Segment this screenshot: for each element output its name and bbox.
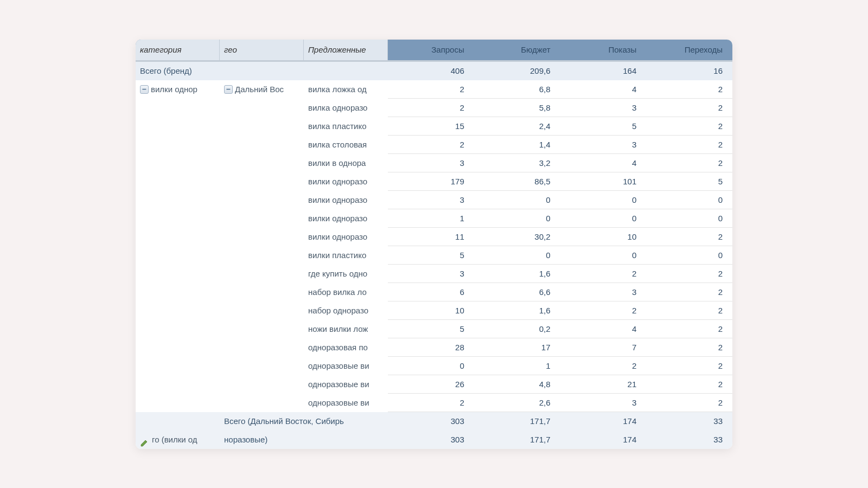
category-total-label-cell: го (вилки од <box>136 431 220 449</box>
table-row: одноразовые ви0122 <box>136 357 732 375</box>
table-row: вилки одноразо3000 <box>136 191 732 209</box>
cell-budget: 0 <box>474 191 560 209</box>
table-row: вилки пластико5000 <box>136 246 732 265</box>
brand-queries: 406 <box>388 62 474 80</box>
suggested-keyword: одноразовые ви <box>304 357 388 375</box>
suggested-keyword: вилка столовая <box>304 136 388 154</box>
brand-clicks: 16 <box>646 62 732 80</box>
category-cell <box>136 265 220 283</box>
suggested-keyword: вилки одноразо <box>304 191 388 209</box>
geo-cell <box>220 375 304 394</box>
category-total-label-2: норазовые) <box>220 431 304 449</box>
cell-queries: 5 <box>388 320 474 338</box>
header-geo[interactable]: гео <box>220 40 304 60</box>
cell-queries: 2 <box>388 136 474 154</box>
table-row: вилка столовая21,432 <box>136 136 732 154</box>
geo-cell <box>220 338 304 357</box>
suggested-keyword: вилка ложка од <box>304 80 388 99</box>
cell-queries: 15 <box>388 117 474 136</box>
cell-clicks: 2 <box>646 320 732 338</box>
table-row: ножи вилки лож50,242 <box>136 320 732 338</box>
suggested-keyword: набор вилка ло <box>304 283 388 301</box>
header-budget[interactable]: Бюджет <box>474 40 560 60</box>
geo-cell <box>220 265 304 283</box>
cell-budget: 6,6 <box>474 283 560 301</box>
category-cell <box>136 136 220 154</box>
suggested-keyword: вилки пластико <box>304 246 388 265</box>
cell-clicks: 2 <box>646 357 732 375</box>
cell-clicks: 2 <box>646 301 732 320</box>
table-row: одноразовые ви22,632 <box>136 394 732 412</box>
cell-clicks: 2 <box>646 265 732 283</box>
cell-budget: 1,4 <box>474 136 560 154</box>
table-row: вилки в однора33,242 <box>136 154 732 172</box>
cell-impressions: 0 <box>560 191 647 209</box>
table-row: одноразовая по281772 <box>136 338 732 357</box>
geo-subtotal-row: Всего (Дальний Восток, Сибирь 303 171,7 … <box>136 412 732 431</box>
geo-label: Дальний Вос <box>235 80 284 99</box>
geo-cell <box>220 228 304 246</box>
header-category[interactable]: категория <box>136 40 220 60</box>
category-cell <box>136 357 220 375</box>
cell-queries: 5 <box>388 246 474 265</box>
table-row: вилки одноразо1000 <box>136 209 732 228</box>
category-total-impressions: 174 <box>560 431 647 449</box>
collapse-geo-icon[interactable] <box>224 85 233 94</box>
table-row: вилка пластико152,452 <box>136 117 732 136</box>
cell-queries: 28 <box>388 338 474 357</box>
cell-impressions: 3 <box>560 136 647 154</box>
category-cell <box>136 99 220 117</box>
cell-budget: 2,4 <box>474 117 560 136</box>
geo-cell <box>220 301 304 320</box>
category-cell <box>136 154 220 172</box>
cell-impressions: 3 <box>560 283 647 301</box>
cell-budget: 0 <box>474 209 560 228</box>
cell-impressions: 5 <box>560 117 647 136</box>
table-row: вилки одноразо1130,2102 <box>136 228 732 246</box>
cell-queries: 26 <box>388 375 474 394</box>
cell-impressions: 101 <box>560 172 647 191</box>
cell-clicks: 2 <box>646 136 732 154</box>
cell-queries: 11 <box>388 228 474 246</box>
subtotal-label: Всего (Дальний Восток, Сибирь <box>220 412 388 431</box>
cell-impressions: 4 <box>560 154 647 172</box>
geo-cell <box>220 209 304 228</box>
table-row: одноразовые ви264,8212 <box>136 375 732 394</box>
suggested-keyword: вилки одноразо <box>304 209 388 228</box>
geo-cell <box>220 357 304 375</box>
cell-impressions: 3 <box>560 394 647 412</box>
category-cell <box>136 283 220 301</box>
table-row: вилки однорДальний Восвилка ложка од26,8… <box>136 80 732 99</box>
geo-cell <box>220 136 304 154</box>
geo-cell <box>220 99 304 117</box>
header-impressions[interactable]: Показы <box>560 40 647 60</box>
cell-queries: 1 <box>388 209 474 228</box>
cell-queries: 10 <box>388 301 474 320</box>
cell-queries: 179 <box>388 172 474 191</box>
table-row: набор вилка ло66,632 <box>136 283 732 301</box>
cell-budget: 1,6 <box>474 265 560 283</box>
geo-cell <box>220 154 304 172</box>
brand-total-row: Всего (бренд) 406 209,6 164 16 <box>136 62 732 80</box>
category-total-row: го (вилки од норазовые) 303 171,7 174 33 <box>136 431 732 449</box>
table-header-row: категория гео Предложенные Запросы Бюдже… <box>136 40 732 60</box>
cell-impressions: 21 <box>560 375 647 394</box>
cell-queries: 2 <box>388 99 474 117</box>
category-cell <box>136 191 220 209</box>
suggested-keyword: одноразовые ви <box>304 375 388 394</box>
cell-clicks: 2 <box>646 283 732 301</box>
subtotal-clicks: 33 <box>646 412 732 431</box>
suggested-keyword: одноразовая по <box>304 338 388 357</box>
geo-cell <box>220 117 304 136</box>
pencil-icon[interactable] <box>140 435 149 444</box>
header-queries[interactable]: Запросы <box>388 40 474 60</box>
header-suggested[interactable]: Предложенные <box>304 40 388 60</box>
header-clicks[interactable]: Переходы <box>646 40 732 60</box>
cell-budget: 3,2 <box>474 154 560 172</box>
cell-impressions: 4 <box>560 320 647 338</box>
cell-impressions: 2 <box>560 301 647 320</box>
suggested-keyword: вилки одноразо <box>304 228 388 246</box>
cell-budget: 0 <box>474 246 560 265</box>
suggested-keyword: одноразовые ви <box>304 394 388 412</box>
collapse-category-icon[interactable] <box>140 85 149 94</box>
